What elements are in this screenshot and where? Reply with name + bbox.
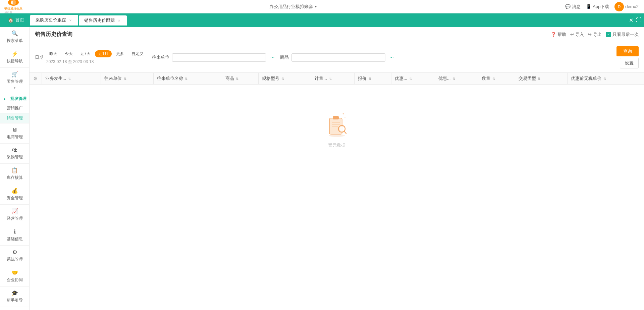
tab-sales-history[interactable]: 销售历史价跟踪 × (79, 15, 127, 25)
workspace-selector[interactable]: 办公用品行业模拟账套 ▼ (269, 4, 318, 10)
home-icon: 🏠 (8, 18, 13, 23)
close-purchase-tab-icon[interactable]: × (68, 18, 73, 22)
goods-label: 商品 (280, 54, 289, 60)
sidebar-item-quick-nav[interactable]: ⚡ 快捷导航 (0, 47, 29, 68)
col-biz-date[interactable]: 业务发生... ⇅ (42, 73, 101, 85)
dropdown-arrow-icon: ▼ (314, 5, 318, 8)
help-btn[interactable]: ❓ 帮助 (551, 32, 566, 38)
date-btn-7days[interactable]: 近7天 (77, 50, 94, 58)
tab-home[interactable]: 🏠 首页 (3, 15, 30, 25)
page-header-actions: ❓ 帮助 ↩ 导入 ↪ 导出 ✓ 只看最后一次 (551, 32, 639, 42)
col-discount1[interactable]: 优惠... ⇅ (391, 73, 435, 85)
date-btn-today[interactable]: 今天 (62, 50, 76, 58)
message-icon: 💬 (565, 4, 571, 9)
sidebar-item-purchase[interactable]: 🛍 采购管理 (0, 144, 29, 164)
gear-icon[interactable]: ⚙ (33, 76, 38, 81)
col-unit[interactable]: 计量... ⇅ (311, 73, 355, 85)
search-button[interactable]: 查询 (616, 46, 639, 56)
date-btn-yesterday[interactable]: 昨天 (46, 50, 60, 58)
sidebar-item-sales-mgmt[interactable]: 销售管理 (0, 113, 29, 123)
date-btn-1month[interactable]: 近1月 (95, 50, 112, 57)
info-icon: ℹ (14, 228, 16, 235)
help-icon: ❓ (551, 32, 556, 37)
goods-dots[interactable]: ··· (389, 54, 394, 60)
empty-illustration: ✦ ✦ (323, 111, 350, 138)
import-icon: ↩ (570, 32, 574, 37)
sidebar-item-wholesale-mgmt[interactable]: ▲ 批发管理 (0, 93, 29, 103)
tab-bar-actions: ✕ ⛶ (629, 17, 641, 23)
main-layout: 🔍 搜索菜单 ⚡ 快捷导航 🛒 零售管理 ▼ ▲ 批发管理 营销推广 销售管理 … (0, 27, 644, 310)
sidebar-item-retail-mgmt[interactable]: 🛒 零售管理 ▼ (0, 68, 29, 93)
message-btn[interactable]: 💬 消息 (565, 4, 581, 10)
close-sales-tab-icon[interactable]: × (117, 18, 121, 23)
sidebar-item-enterprise-collab[interactable]: 🤝 企业协同 (0, 266, 29, 287)
export-btn[interactable]: ↪ 导出 (588, 32, 602, 38)
chevron-down-icon: ▼ (13, 86, 16, 90)
filter-actions: 查询 设置 (616, 46, 639, 68)
top-bar-right: 💬 消息 📱 App下载 D demo2 (565, 2, 639, 11)
sidebar-item-system[interactable]: ⚙ 系统管理 (0, 246, 29, 266)
sidebar-item-basic-info[interactable]: ℹ 基础信息 (0, 225, 29, 246)
date-buttons: 昨天 今天 近7天 近1月 更多 自定义 (46, 50, 147, 58)
page-header: 销售历史价查询 ❓ 帮助 ↩ 导入 ↪ 导出 ✓ 只看最后一次 (30, 27, 644, 42)
col-goods[interactable]: 商品 ⇅ (222, 73, 259, 85)
tab-purchase-history[interactable]: 采购历史价跟踪 × (30, 15, 78, 25)
sidebar-item-search-menu[interactable]: 🔍 搜索菜单 (0, 27, 29, 47)
col-pre-tax-price[interactable]: 优惠前无税单价 ⇅ (568, 73, 644, 85)
svg-text:6: 6 (11, 0, 13, 5)
user-profile[interactable]: D demo2 (614, 2, 639, 11)
sidebar-item-new-guide[interactable]: 🎓 新手引导 (0, 287, 29, 307)
import-btn[interactable]: ↩ 导入 (570, 32, 584, 38)
col-partner-code[interactable]: 往来单位 ⇅ (101, 73, 153, 85)
empty-state: ✦ ✦ 暂元数据 (30, 85, 644, 175)
settings-button[interactable]: 设置 (620, 58, 639, 68)
top-bar-left: 6 畅捷通好生意 标准版 (5, 1, 21, 12)
col-discount2[interactable]: 优惠... ⇅ (435, 73, 478, 85)
goods-filter-group: 商品 ··· (280, 53, 394, 62)
sidebar-item-finance[interactable]: 💰 资金管理 (0, 184, 29, 205)
sort-icon: ⇅ (124, 77, 126, 81)
col-trade-type[interactable]: 交易类型 ⇅ (515, 73, 568, 85)
sidebar-item-ecommerce[interactable]: 🖥 电商管理 (0, 123, 29, 144)
maximize-window-btn[interactable]: ⛶ (636, 17, 641, 23)
sort-icon: ⇅ (492, 77, 495, 81)
sort-icon: ⇅ (236, 77, 238, 81)
col-spec[interactable]: 规格型号 ⇅ (259, 73, 311, 85)
content-area: 销售历史价查询 ❓ 帮助 ↩ 导入 ↪ 导出 ✓ 只看最后一次 (30, 27, 644, 310)
wholesale-icon: ▲ (3, 97, 6, 101)
guide-icon: 🎓 (11, 290, 18, 296)
close-window-btn[interactable]: ✕ (629, 17, 633, 23)
sidebar-item-marketing[interactable]: 营销推广 (0, 103, 29, 113)
only-last-wrapper[interactable]: ✓ 只看最后一次 (606, 32, 639, 38)
col-quote[interactable]: 报价 ⇅ (355, 73, 391, 85)
only-last-checkbox[interactable]: ✓ (606, 32, 611, 37)
svg-text:✦: ✦ (342, 112, 344, 115)
svg-line-11 (344, 131, 346, 134)
export-icon: ↪ (588, 32, 592, 37)
goods-input[interactable] (291, 53, 385, 62)
sidebar-item-inventory[interactable]: 📋 库存核算 (0, 164, 29, 184)
svg-point-10 (339, 126, 344, 131)
partner-label: 往来单位 (152, 54, 169, 60)
col-partner-name[interactable]: 往来单位名称 ⇅ (153, 73, 222, 85)
sort-icon: ⇅ (329, 77, 332, 81)
sidebar-item-app-center[interactable]: 📱 应用中心 (0, 307, 29, 310)
sidebar-item-operations[interactable]: 📈 经营管理 (0, 205, 29, 225)
app-download-btn[interactable]: 📱 App下载 (586, 4, 609, 10)
partner-dots[interactable]: ··· (270, 54, 274, 60)
filter-row: 日期 昨天 今天 近7天 近1月 更多 自定义 2023-02-18 至 202… (35, 46, 639, 68)
date-btn-custom[interactable]: 自定义 (128, 50, 147, 58)
sort-icon: ⇅ (369, 77, 371, 81)
date-filter-group: 日期 昨天 今天 近7天 近1月 更多 自定义 2023-02-18 至 202… (35, 50, 147, 65)
sort-icon: ⇅ (281, 77, 284, 81)
col-quantity[interactable]: 数量 ⇅ (478, 73, 515, 85)
svg-text:✦: ✦ (344, 116, 346, 118)
operations-icon: 📈 (11, 208, 18, 214)
date-btn-more[interactable]: 更多 (113, 50, 127, 58)
svg-rect-5 (333, 116, 339, 119)
table-header: ⚙ 业务发生... ⇅ 往来单位 ⇅ 往来单位名称 ⇅ (30, 73, 644, 85)
col-settings[interactable]: ⚙ (30, 73, 42, 85)
partner-input[interactable] (172, 53, 266, 62)
page-title: 销售历史价查询 (35, 31, 72, 42)
sort-icon: ⇅ (185, 77, 187, 81)
